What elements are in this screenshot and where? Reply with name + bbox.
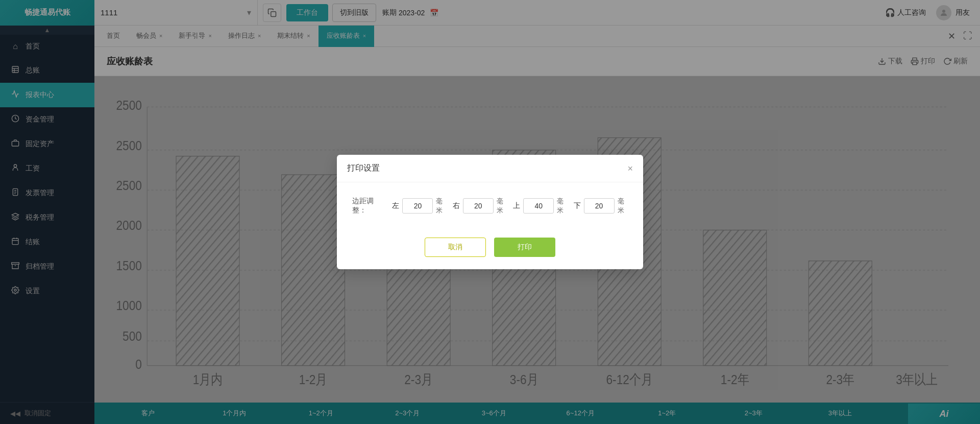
- modal-header: 打印设置 ×: [337, 155, 643, 182]
- modal-close-button[interactable]: ×: [627, 164, 633, 173]
- modal-overlay: 打印设置 × 边距调整： 左 毫米 右 毫米 上 毫米: [0, 0, 980, 424]
- margin-top-group: 上 毫米: [513, 197, 567, 215]
- margin-bottom-group: 下 毫米: [574, 197, 628, 215]
- left-unit: 毫米: [436, 197, 446, 215]
- right-unit: 毫米: [497, 197, 507, 215]
- left-margin-input[interactable]: [402, 198, 433, 214]
- bottom-label: 下: [574, 201, 581, 210]
- bottom-margin-input[interactable]: [584, 198, 615, 214]
- top-label: 上: [513, 201, 520, 210]
- right-label: 右: [453, 201, 460, 210]
- left-label: 左: [392, 201, 399, 210]
- right-margin-input[interactable]: [463, 198, 494, 214]
- margin-row: 边距调整： 左 毫米 右 毫米 上 毫米 下: [352, 197, 628, 215]
- modal-title: 打印设置: [347, 163, 380, 174]
- print-settings-modal: 打印设置 × 边距调整： 左 毫米 右 毫米 上 毫米: [337, 155, 643, 269]
- margin-left-group: 左 毫米: [392, 197, 446, 215]
- top-margin-input[interactable]: [523, 198, 554, 214]
- margin-right-group: 右 毫米: [453, 197, 507, 215]
- bottom-unit: 毫米: [618, 197, 628, 215]
- confirm-print-button[interactable]: 打印: [494, 238, 555, 257]
- top-unit: 毫米: [557, 197, 567, 215]
- modal-footer: 取消 打印: [337, 229, 643, 269]
- modal-body: 边距调整： 左 毫米 右 毫米 上 毫米 下: [337, 182, 643, 229]
- margin-label: 边距调整：: [352, 197, 386, 215]
- cancel-button[interactable]: 取消: [425, 238, 486, 257]
